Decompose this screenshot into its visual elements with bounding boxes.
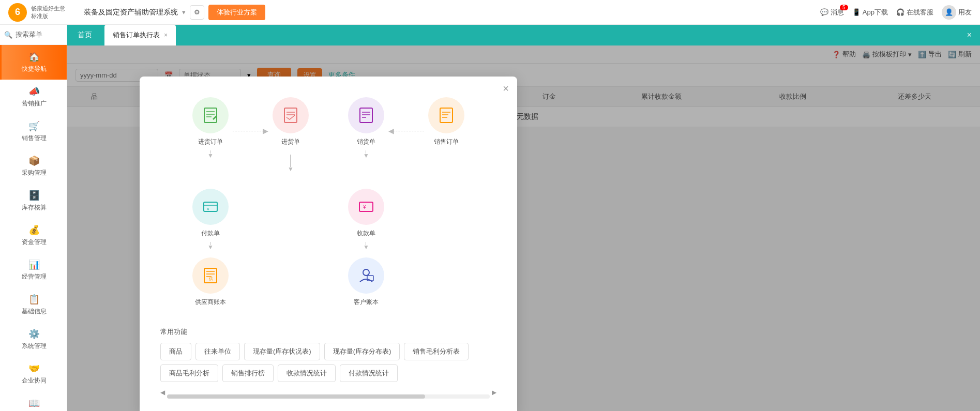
avatar: 👤	[942, 5, 956, 20]
func-btn-2[interactable]: 现存量(库存状况表)	[244, 343, 320, 360]
scroll-left-arrow[interactable]: ◀	[160, 389, 165, 396]
system-icon: ⚙️	[28, 328, 40, 340]
sidebar-item-enterprise[interactable]: 🤝 企业协同	[0, 357, 67, 391]
search-icon: 🔍	[4, 31, 12, 39]
func-btn-1[interactable]: 往来单位	[195, 343, 240, 360]
logo-area: 6 畅康通好生意 标准版	[8, 3, 76, 22]
flow-node-purchase-order[interactable]: 进货订单	[188, 93, 233, 150]
message-button[interactable]: 💬 消息 5	[820, 8, 844, 17]
func-btn-7[interactable]: 收款情况统计	[278, 364, 336, 382]
page-content: ❓ 帮助 🖨️ 按模板打印 ▾ ⬆️ 导出 �	[67, 45, 980, 411]
svg-text:供: 供	[209, 277, 213, 281]
sidebar-item-finance[interactable]: 💰 资金管理	[0, 218, 67, 253]
logo-icon: 6	[8, 3, 27, 22]
modal-scroll-wrapper: ◀ ▶	[160, 386, 496, 399]
sidebar-item-inventory[interactable]: 🗄️ 库存核算	[0, 184, 67, 218]
func-btn-3[interactable]: 现存量(库存分布表)	[324, 343, 400, 360]
newbie-icon: 📖	[28, 398, 40, 409]
flow-node-purchase-bill[interactable]: 进货单	[268, 93, 313, 150]
tab-bar: 首页 销售订单执行表 × ×	[67, 25, 980, 45]
purchase-icon: 📦	[28, 155, 40, 166]
marketing-icon: 📣	[28, 86, 40, 97]
purchase-order-circle	[192, 97, 229, 133]
flow-col-middle-left: 进货单 ▼	[268, 93, 313, 202]
phone-icon: 📱	[852, 8, 861, 16]
sidebar-item-system[interactable]: ⚙️ 系统管理	[0, 322, 67, 357]
func-btn-4[interactable]: 销售毛利分析表	[404, 343, 469, 360]
supplier-account-circle: 供	[192, 257, 229, 294]
flow-col-left: 进货订单 ▼ ¥	[188, 93, 233, 311]
sidebar-item-marketing[interactable]: 📣 营销推广	[0, 80, 67, 114]
user-name: 用友	[958, 8, 972, 17]
system-area: 装备及固定资产辅助管理系统 ▾ ⚙ 体验行业方案	[76, 5, 820, 20]
inventory-icon: 🗄️	[28, 190, 40, 201]
logo-text: 畅康通好生意 标准版	[31, 5, 65, 20]
flow-node-sales-order[interactable]: 销售订单	[424, 93, 469, 150]
main-area: 🔍 搜索菜单 🏠 快捷导航 📣 营销推广 🛒 销售管理 📦 采购管理 🗄️	[0, 25, 980, 411]
flow-node-receipt-bill[interactable]: ¥ 收款单	[344, 185, 388, 242]
app-download-button[interactable]: 📱 App下载	[852, 8, 888, 17]
modal-scrollbar[interactable]	[167, 394, 490, 399]
flow-node-supplier-account[interactable]: 供 供应商账本	[188, 253, 233, 311]
scroll-right-arrow[interactable]: ▶	[492, 389, 496, 396]
sales-order-circle	[428, 97, 464, 133]
flow-col-right: 销售订单	[424, 93, 469, 150]
sidebar-item-operation[interactable]: 📊 经营管理	[0, 253, 67, 287]
tab-home[interactable]: 首页	[67, 25, 102, 45]
sales-order-label: 销售订单	[434, 138, 459, 146]
flow-node-customer-account[interactable]: 客户账本	[344, 253, 388, 311]
trial-button[interactable]: 体验行业方案	[208, 5, 265, 20]
online-service-button[interactable]: 🎧 在线客服	[896, 8, 933, 17]
func-btn-0[interactable]: 商品	[160, 343, 191, 360]
finance-icon: 💰	[28, 224, 40, 236]
sidebar-item-basic-info[interactable]: 📋 基础信息	[0, 287, 67, 322]
flow-diagram: 进货订单 ▼ ¥	[160, 93, 496, 311]
tab-close-icon[interactable]: ×	[164, 32, 168, 39]
sales-icon: 🛒	[28, 120, 40, 132]
purchase-bill-circle	[273, 97, 309, 133]
scrollbar-thumb	[167, 394, 425, 399]
modal-close-button[interactable]: ×	[503, 83, 509, 95]
func-btn-6[interactable]: 销售排行榜	[222, 364, 274, 382]
svg-rect-15	[360, 108, 372, 123]
svg-rect-0	[204, 108, 217, 123]
content-area: 首页 销售订单执行表 × × ❓ 帮助 �	[67, 25, 980, 411]
system-dropdown-icon[interactable]: ▾	[182, 8, 186, 16]
svg-point-21	[363, 269, 369, 276]
user-area[interactable]: 👤 用友	[942, 5, 972, 20]
sidebar-item-sales[interactable]: 🛒 销售管理	[0, 114, 67, 149]
supplier-account-label: 供应商账本	[195, 298, 226, 307]
func-btn-5[interactable]: 商品毛利分析	[160, 364, 218, 382]
receipt-bill-label: 收款单	[357, 229, 375, 238]
payment-bill-circle: ¥	[192, 189, 229, 225]
flow-node-sales-bill[interactable]: 销货单	[344, 93, 388, 150]
svg-rect-19	[359, 202, 373, 211]
headset-icon: 🎧	[896, 8, 904, 16]
tab-sales-order[interactable]: 销售订单执行表 ×	[104, 25, 176, 45]
tab-bar-close-button[interactable]: ×	[967, 31, 972, 40]
func-btn-8[interactable]: 付款情况统计	[340, 364, 398, 382]
sidebar-item-newbie[interactable]: 📖 新手引导	[0, 391, 67, 411]
sidebar: 🔍 搜索菜单 🏠 快捷导航 📣 营销推广 🛒 销售管理 📦 采购管理 🗄️	[0, 25, 67, 411]
svg-rect-23	[440, 108, 453, 123]
home-icon: 🏠	[28, 51, 40, 63]
enterprise-icon: 🤝	[28, 363, 40, 374]
sidebar-item-purchase[interactable]: 📦 采购管理	[0, 149, 67, 184]
flow-node-payment-bill[interactable]: ¥ 付款单	[188, 185, 233, 242]
sidebar-item-quick-nav[interactable]: 🏠 快捷导航	[0, 45, 67, 80]
search-menu[interactable]: 🔍 搜索菜单	[0, 25, 67, 45]
payment-bill-label: 付款单	[201, 229, 220, 238]
purchase-order-label: 进货订单	[198, 138, 223, 146]
top-bar: 6 畅康通好生意 标准版 装备及固定资产辅助管理系统 ▾ ⚙ 体验行业方案 💬 …	[0, 0, 980, 25]
common-functions-title: 常用功能	[160, 327, 496, 337]
svg-rect-4	[204, 202, 217, 211]
operation-icon: 📊	[28, 259, 40, 270]
func-buttons: 商品往来单位现存量(库存状况表)现存量(库存分布表)销售毛利分析表商品毛利分析销…	[160, 343, 496, 382]
modal-overlay: × 进货订单	[67, 45, 980, 411]
system-name: 装备及固定资产辅助管理系统	[84, 8, 178, 17]
message-badge: 5	[840, 5, 848, 10]
flow-col-middle-right: 销货单 ▼ ¥	[344, 93, 388, 311]
svg-text:¥: ¥	[206, 207, 209, 211]
sales-bill-label: 销货单	[357, 138, 375, 146]
gear-button[interactable]: ⚙	[190, 5, 204, 20]
